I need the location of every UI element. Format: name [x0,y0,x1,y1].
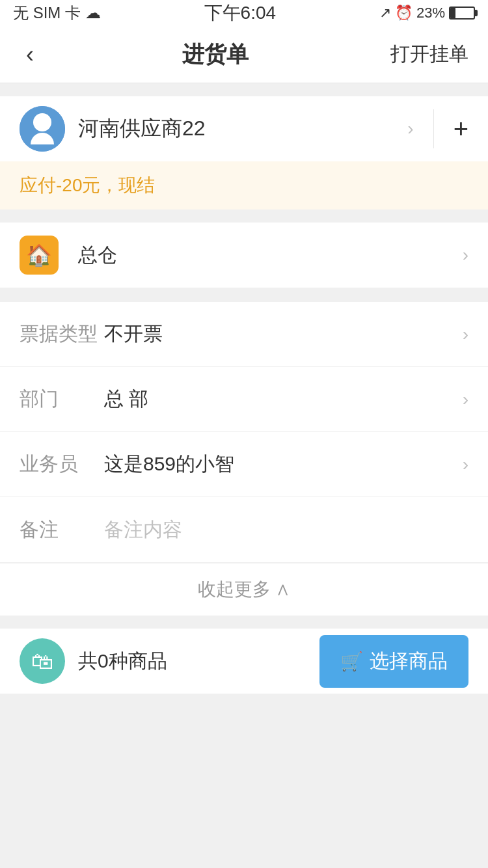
warehouse-icon-wrap: 🏠 [20,236,59,275]
status-bar: 无 SIM 卡 ☁ 下午6:04 ↗ ⏰ 23% [0,0,488,26]
bottom-section: 🛍 共0种商品 🛒 选择商品 [0,629,488,694]
fields-section: 票据类型 不开票 › 部门 总 部 › 业务员 这是859的小智 › 备注 备注… [0,302,488,562]
select-goods-label: 选择商品 [370,648,448,675]
supplier-right: › + [407,109,468,148]
warehouse-row[interactable]: 🏠 总仓 › [0,223,488,288]
remark-label: 备注 [20,517,98,543]
avatar-head [33,113,51,131]
warehouse-name: 总仓 [78,242,463,269]
supplier-chevron-icon: › [407,118,413,139]
section-divider-3 [0,288,488,301]
status-right: ↗ ⏰ 23% [379,5,475,21]
invoice-type-chevron-icon: › [463,324,468,345]
sim-signal: 无 SIM 卡 ☁ [13,3,101,23]
invoice-type-value: 不开票 [104,321,456,347]
alarm-icon: ⏰ [395,5,413,21]
supplier-section[interactable]: 河南供应商22 › + [0,96,488,161]
invoice-type-row[interactable]: 票据类型 不开票 › [0,302,488,367]
salesman-label: 业务员 [20,451,98,478]
department-row[interactable]: 部门 总 部 › [0,367,488,432]
remark-placeholder: 备注内容 [104,517,468,543]
warehouse-chevron-icon: › [463,245,468,265]
location-icon: ↗ [379,5,391,21]
section-divider-2 [0,210,488,223]
alert-banner: 应付-20元，现结 [0,161,488,210]
add-supplier-button[interactable]: + [454,116,468,142]
salesman-row[interactable]: 业务员 这是859的小智 › [0,432,488,497]
department-label: 部门 [20,386,98,413]
page-title: 进货单 [182,40,249,70]
invoice-type-label: 票据类型 [20,321,98,347]
collapse-section[interactable]: 收起更多 ∧ [0,563,488,616]
status-left: 无 SIM 卡 ☁ [13,3,101,23]
select-goods-icon: 🛒 [340,651,363,672]
collapse-text: 收起更多 ∧ [198,577,291,602]
section-divider-1 [0,83,488,96]
avatar-body [31,133,54,144]
battery-percent: 23% [416,5,445,21]
item-count: 共0种商品 [78,648,319,675]
battery-icon [449,7,475,20]
remark-row[interactable]: 备注 备注内容 [0,497,488,562]
supplier-divider [433,109,434,148]
salesman-value: 这是859的小智 [104,451,456,478]
supplier-name: 河南供应商22 [78,115,407,143]
house-icon: 🏠 [26,243,52,267]
salesman-chevron-icon: › [463,454,468,475]
nav-bar: ‹ 进货单 打开挂单 [0,26,488,83]
avatar-person [20,106,65,152]
open-pending-button[interactable]: 打开挂单 [390,41,468,68]
status-time: 下午6:04 [204,1,277,25]
cart-icon: 🛍 [31,649,53,674]
supplier-avatar [20,106,65,152]
department-chevron-icon: › [463,389,468,410]
select-goods-button[interactable]: 🛒 选择商品 [319,635,468,688]
department-value: 总 部 [104,386,456,413]
cart-icon-wrap: 🛍 [20,638,65,684]
content-area [0,694,488,824]
back-button[interactable]: ‹ [20,34,40,75]
